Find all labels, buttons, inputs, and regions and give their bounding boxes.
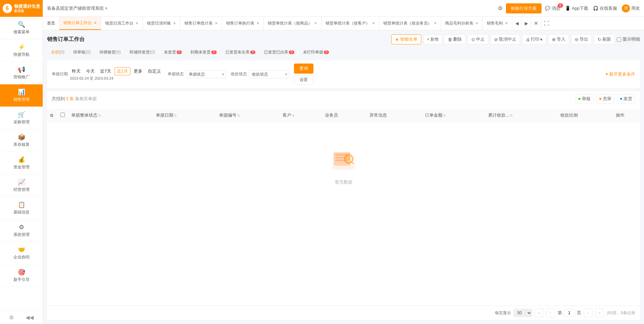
sort-icon-customer[interactable]: ⇅ bbox=[292, 114, 295, 117]
tab-close-reconciliation[interactable]: ✕ bbox=[173, 21, 176, 26]
sidebar-item-finance[interactable]: 💰 资金管理 bbox=[0, 152, 43, 174]
main-area: 装备及固定资产辅助管理系统 ▾ ⚙ 体验行业方案 💬 消息 6 📱 App下载 … bbox=[43, 0, 644, 324]
tab-prev-btn[interactable]: ◀ bbox=[512, 17, 522, 30]
tab-sales-order-workbench[interactable]: 销售订单工作台 ✕ bbox=[59, 17, 101, 30]
tab-goods-stats-salesperson[interactable]: 销货单统计表（按业务员） ✕ bbox=[379, 17, 441, 30]
tab-next-btn[interactable]: ▶ bbox=[522, 17, 531, 30]
sort-icon-amount[interactable]: ⇅ bbox=[443, 114, 446, 117]
tab-close-margin[interactable]: ✕ bbox=[475, 21, 478, 26]
show-detail-checkbox-label[interactable]: 显示明细 bbox=[617, 36, 640, 42]
prev-page-btn[interactable]: ‹ bbox=[546, 309, 555, 317]
sidebar-item-newbie[interactable]: 🎯 新手引导 bbox=[0, 265, 43, 287]
first-page-btn[interactable]: « bbox=[535, 309, 544, 317]
cancel-suspend-button[interactable]: ⊘ 取消中止 bbox=[490, 34, 520, 44]
date-option-today[interactable]: 今天 bbox=[84, 68, 97, 75]
sidebar-item-inventory[interactable]: 📦 库存核算 bbox=[0, 129, 43, 152]
tab-close-cashflow[interactable]: ✕ bbox=[135, 21, 138, 26]
tab-sales-margin[interactable]: 销售毛利 ✕ bbox=[483, 17, 512, 30]
expand-filter-btn[interactable]: ▾ 展开更多条件 bbox=[606, 71, 635, 77]
tab-cashflow-daily[interactable]: 钱货日清工作台 ✕ bbox=[101, 17, 143, 30]
sort-icon-status[interactable]: ⇅ bbox=[98, 114, 101, 117]
date-option-yesterday[interactable]: 昨天 bbox=[70, 68, 83, 75]
tab-sales-stats[interactable]: 销售订单统计表 ✕ bbox=[180, 17, 222, 30]
tab-close-sales-margin[interactable]: ✕ bbox=[505, 21, 508, 26]
sidebar-label-basics: 基础信息 bbox=[13, 209, 30, 215]
unreview-action-btn[interactable]: 充审 bbox=[596, 94, 614, 104]
online-service-btn[interactable]: 🎧 在线客服 bbox=[593, 5, 617, 11]
tab-close-execution[interactable]: ✕ bbox=[256, 21, 259, 26]
settings-icon[interactable]: ⚙ bbox=[50, 113, 54, 118]
print-button[interactable]: 🖨 打印 ▾ bbox=[522, 34, 546, 44]
sidebar-item-marketing[interactable]: 📢 营销推广 bbox=[0, 62, 43, 84]
payment-select[interactable]: 收款状态 bbox=[249, 70, 289, 78]
tab-close-all-btn[interactable]: ✕ bbox=[531, 17, 541, 30]
smart-create-button[interactable]: ★ 智能生单 bbox=[391, 34, 421, 44]
sidebar-item-search[interactable]: 🔍 搜索菜单 bbox=[0, 17, 43, 39]
status-select[interactable]: 单据状态 bbox=[186, 70, 226, 78]
tab-margin-analysis[interactable]: 商品毛利分析表 ✕ bbox=[441, 17, 483, 30]
sub-tab-shipped-out[interactable]: 已发货已出库0 bbox=[260, 48, 298, 57]
tab-close-stats[interactable]: ✕ bbox=[215, 21, 218, 26]
tab-home[interactable]: 首页 bbox=[43, 17, 59, 30]
tab-close-goods-customer[interactable]: ✕ bbox=[372, 21, 375, 26]
sidebar-item-operations[interactable]: 📈 经营管理 bbox=[0, 174, 43, 197]
sidebar-item-system[interactable]: ⚙ 系统管理 bbox=[0, 219, 43, 242]
industry-solution-button[interactable]: 体验行业方案 bbox=[506, 3, 542, 13]
empty-text: 暂无数据 bbox=[335, 179, 352, 185]
last-page-btn[interactable]: » bbox=[595, 309, 604, 317]
export-button[interactable]: ⊖ 导出 bbox=[571, 34, 592, 44]
table-scroll[interactable]: ⚙ 单据整体状态 ⇅ bbox=[47, 109, 640, 306]
tab-close-goods-product[interactable]: ✕ bbox=[314, 21, 317, 26]
sidebar-item-basics[interactable]: 📋 基础信息 bbox=[0, 197, 43, 219]
sort-icon-cumulative[interactable]: ⇅ bbox=[510, 114, 513, 117]
delete-button[interactable]: 🗑 删除 bbox=[444, 34, 466, 44]
refresh-button[interactable]: ↻ 刷新 bbox=[594, 34, 615, 44]
tab-cashflow-reconciliation[interactable]: 钱货日清对账 ✕ bbox=[143, 17, 180, 30]
message-icon: 💬 bbox=[545, 6, 550, 11]
suspend-button[interactable]: ⊙ 中止 bbox=[468, 34, 488, 44]
tab-goods-stats-product[interactable]: 销货单统计表（按商品） ✕ bbox=[264, 17, 321, 30]
sidebar-item-quick-nav[interactable]: ⚡ 快捷导航 bbox=[0, 39, 43, 62]
date-option-7days[interactable]: 近7天 bbox=[98, 68, 113, 75]
sidebar-item-enterprise[interactable]: 🤝 企业协同 bbox=[0, 242, 43, 265]
sort-icon-number[interactable]: ⇅ bbox=[237, 114, 240, 117]
sub-tab-pending-inspect[interactable]: 待择验货(0) bbox=[95, 48, 125, 57]
sidebar-item-sales[interactable]: 📊 销售管理 bbox=[0, 84, 43, 107]
sub-tab-wangpu-pending[interactable]: 旺铺待发货(0) bbox=[126, 48, 159, 57]
tab-maximize-btn[interactable]: ⛶ bbox=[541, 17, 552, 30]
tab-goods-stats-customer[interactable]: 销货单统计表（按客户） ✕ bbox=[321, 17, 379, 30]
sidebar-settings-btn[interactable]: ⚙ bbox=[9, 314, 14, 321]
sort-icon-date[interactable]: ⇅ bbox=[174, 114, 177, 117]
sub-tab-unshipped[interactable]: 未发货0 bbox=[160, 48, 186, 57]
sub-tab-unprinted[interactable]: 未打印单据0 bbox=[299, 48, 333, 57]
filter-settings-button[interactable]: 设置 bbox=[294, 75, 313, 85]
print-chevron-icon: ▾ bbox=[540, 37, 543, 42]
page-input[interactable] bbox=[563, 309, 575, 317]
sub-tab-overdue-unshipped[interactable]: 到期未发货0 bbox=[186, 48, 221, 57]
query-button[interactable]: 查询 bbox=[294, 64, 313, 74]
date-option-custom[interactable]: 自定义 bbox=[146, 68, 163, 75]
tab-sales-execution[interactable]: 销售订单执行表 ✕ bbox=[222, 17, 264, 30]
show-detail-checkbox[interactable] bbox=[617, 37, 621, 42]
add-button[interactable]: + 新增 bbox=[423, 35, 442, 44]
sub-tab-shipped-not-out[interactable]: 已发货未出库0 bbox=[221, 48, 260, 57]
tab-close-goods-salesperson[interactable]: ✕ bbox=[434, 21, 437, 26]
date-option-more[interactable]: 更多 bbox=[132, 68, 144, 75]
messages-btn[interactable]: 💬 消息 6 bbox=[545, 5, 560, 11]
user-menu[interactable]: 用 用友 bbox=[622, 4, 640, 12]
topbar-settings-icon[interactable]: ⚙ bbox=[498, 5, 503, 11]
review-action-btn[interactable]: 审核 bbox=[575, 94, 594, 104]
sub-tab-pending-review[interactable]: 待审核(0) bbox=[69, 48, 95, 57]
next-page-btn[interactable]: › bbox=[584, 309, 593, 317]
sidebar-collapse-btn[interactable]: ◀◀ bbox=[26, 314, 34, 321]
date-option-1month[interactable]: 近1月 bbox=[115, 67, 130, 75]
import-button[interactable]: ⊕ 导入 bbox=[548, 34, 569, 44]
finance-icon: 💰 bbox=[18, 156, 25, 163]
per-page-select[interactable]: 50 10 20 100 bbox=[514, 309, 532, 317]
app-download-btn[interactable]: 📱 App下载 bbox=[565, 5, 588, 11]
tab-close-sales-order[interactable]: ✕ bbox=[94, 21, 97, 25]
select-all-checkbox[interactable] bbox=[60, 113, 65, 117]
sub-tab-all[interactable]: 全部(0) bbox=[47, 48, 69, 57]
ship-action-btn[interactable]: 发货 bbox=[617, 94, 635, 104]
sidebar-item-purchase[interactable]: 🛒 采购管理 bbox=[0, 107, 43, 129]
